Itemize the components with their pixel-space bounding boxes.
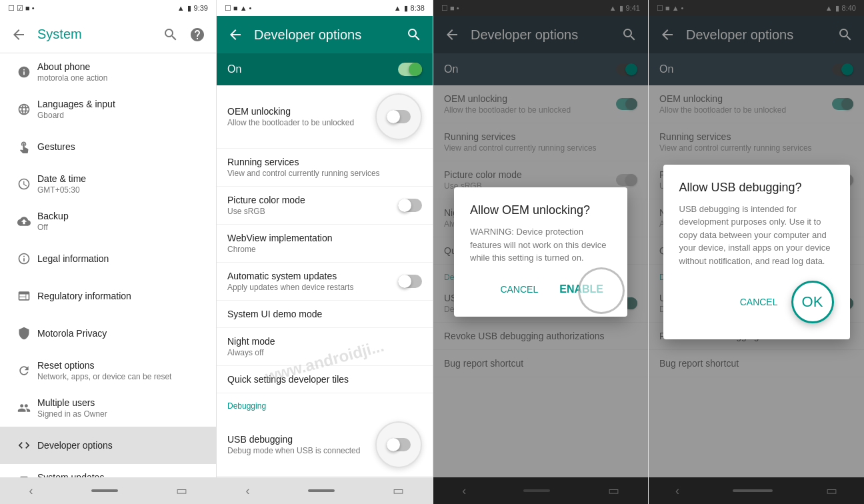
dev-item-webview[interactable]: WebView implementation Chrome xyxy=(217,225,433,263)
dev-list-2: OEM unlocking Allow the bootloader to be… xyxy=(217,85,433,477)
usb-dialog-body: USB debugging is intended for developmen… xyxy=(679,203,834,268)
autoupdate-toggle[interactable] xyxy=(398,275,422,288)
settings-item-legal[interactable]: Legal information xyxy=(0,240,216,277)
nav-back-1[interactable]: ‹ xyxy=(29,484,33,498)
usb-cancel-button[interactable]: Cancel xyxy=(732,281,786,323)
dev-item-picture[interactable]: Picture color mode Use sRGB xyxy=(217,187,433,225)
nav-home-1[interactable] xyxy=(91,489,118,492)
developer-options-usb-panel: ☐ ■ ▲ • ▲ ▮ 8:40 Developer options On OE xyxy=(649,0,864,504)
wifi-icon: ▲ xyxy=(177,4,185,12)
dev-item-usb[interactable]: USB debugging Debug mode when USB is con… xyxy=(217,413,433,477)
settings-item-about[interactable]: About phone motorola one action xyxy=(0,53,216,91)
time-2: 8:38 xyxy=(411,4,425,12)
oem-toggle[interactable] xyxy=(387,110,411,123)
signal-icon-2: ☐ xyxy=(225,4,231,13)
nav-home-2[interactable] xyxy=(308,489,335,492)
usb-dialog-title: Allow USB debugging? xyxy=(679,181,834,195)
battery-icon-2: ▮ xyxy=(404,4,408,13)
nav-recent-1[interactable]: ▭ xyxy=(176,483,187,498)
dev-item-autoupdate[interactable]: Automatic system updates Apply updates w… xyxy=(217,263,433,301)
running-text: Running services View and control curren… xyxy=(227,157,422,178)
toggle-thumb-2 xyxy=(409,63,422,76)
time-1: 9:39 xyxy=(194,4,208,12)
dev-toggle-2[interactable] xyxy=(398,63,422,76)
oem-text: OEM unlocking Allow the bootloader to be… xyxy=(227,106,375,127)
usb-toggle-circle[interactable] xyxy=(375,421,422,468)
oem-cancel-button[interactable]: Cancel xyxy=(492,278,546,301)
dev-item-sysui[interactable]: System UI demo mode xyxy=(217,301,433,328)
dev-item-running[interactable]: Running services View and control curren… xyxy=(217,149,433,187)
settings-item-languages[interactable]: Languages & input Gboard xyxy=(0,91,216,128)
nightmode-text: Night mode Always off xyxy=(227,336,422,357)
settings-item-gestures[interactable]: Gestures xyxy=(0,128,216,165)
languages-text: Languages & input Gboard xyxy=(37,99,205,120)
usb-toggle[interactable] xyxy=(387,438,411,451)
oem-dialog-overlay: Allow OEM unlocking? WARNING: Device pro… xyxy=(433,0,648,504)
oem-toggle-circle[interactable] xyxy=(375,93,422,140)
dev-item-nightmode[interactable]: Night mode Always off xyxy=(217,328,433,366)
settings-item-users[interactable]: Multiple users Signed in as Owner xyxy=(0,389,216,427)
settings-item-systemupdate[interactable]: System updates Updated to Android 9 xyxy=(0,464,216,477)
dot-icon: • xyxy=(32,4,35,12)
legal-icon xyxy=(11,252,37,265)
dev-appbar-2: Developer options xyxy=(217,16,433,53)
system-title: System xyxy=(37,27,152,42)
debugging-section-2: Debugging xyxy=(217,393,433,413)
oem-dialog: Allow OEM unlocking? WARNING: Device pro… xyxy=(454,187,627,317)
dev-toggle-label-2: On xyxy=(227,63,241,75)
users-icon xyxy=(11,401,37,415)
regulatory-icon xyxy=(11,289,37,303)
usb-ok-circle[interactable]: OK xyxy=(791,281,834,323)
sysui-text: System UI demo mode xyxy=(227,309,422,319)
enable-circle xyxy=(578,267,625,314)
developer-icon xyxy=(11,439,37,452)
language-icon xyxy=(11,103,37,116)
settings-item-backup[interactable]: Backup Off xyxy=(0,203,216,240)
legal-text: Legal information xyxy=(37,253,205,264)
dev-item-quicksettings[interactable]: Quick settings developer tiles xyxy=(217,366,433,393)
lock-icon-2: ■ xyxy=(233,4,238,12)
wifi-icon-2: ▲ xyxy=(394,4,401,12)
autoupdate-text: Automatic system updates Apply updates w… xyxy=(227,271,398,292)
usb-dialog-buttons: Cancel OK xyxy=(679,281,834,323)
users-text: Multiple users Signed in as Owner xyxy=(37,397,205,419)
usb-text: USB debugging Debug mode when USB is con… xyxy=(227,434,375,455)
status-bar-2: ☐ ■ ▲ • ▲ ▮ 8:38 xyxy=(217,0,433,16)
settings-item-privacy[interactable]: Motorola Privacy xyxy=(0,315,216,352)
dot-icon-2: • xyxy=(249,4,252,12)
help-button[interactable] xyxy=(189,27,205,43)
usb-ok-wrapper: OK xyxy=(791,281,834,323)
dev-item-oem[interactable]: OEM unlocking Allow the bootloader to be… xyxy=(217,85,433,149)
gestures-text: Gestures xyxy=(37,141,205,152)
oem-dialog-buttons: Cancel Enable xyxy=(470,278,611,301)
usb-dialog-overlay: Allow USB debugging? USB debugging is in… xyxy=(649,0,864,504)
search-button-2[interactable] xyxy=(406,27,422,43)
system-settings-panel: ☐ ☑ ■ • ▲ ▮ 9:39 System Ab xyxy=(0,0,217,504)
picture-toggle[interactable] xyxy=(398,199,422,212)
key-icon: ■ xyxy=(25,4,30,12)
settings-item-datetime[interactable]: Date & time GMT+05:30 xyxy=(0,165,216,203)
about-title: About phone xyxy=(37,61,205,72)
dev-toggle-row-2[interactable]: On xyxy=(217,53,433,85)
nav-recent-2[interactable]: ▭ xyxy=(393,483,404,498)
settings-item-regulatory[interactable]: Regulatory information xyxy=(0,277,216,315)
gestures-icon xyxy=(11,140,37,153)
back-button[interactable] xyxy=(11,27,27,43)
backup-text: Backup Off xyxy=(37,211,205,232)
oem-dialog-body: WARNING: Device protection features will… xyxy=(470,225,611,265)
back-button-2[interactable] xyxy=(227,27,243,43)
settings-item-reset[interactable]: Reset options Network, apps, or device c… xyxy=(0,352,216,389)
dev-title-2: Developer options xyxy=(254,27,395,43)
settings-item-developer[interactable]: Developer options xyxy=(0,427,216,464)
about-subtitle: motorola one action xyxy=(37,73,205,83)
search-button[interactable] xyxy=(163,27,179,43)
privacy-text: Motorola Privacy xyxy=(37,328,205,339)
systemupdate-text: System updates Updated to Android 9 xyxy=(37,472,205,477)
privacy-icon xyxy=(11,327,37,340)
webview-text: WebView implementation Chrome xyxy=(227,233,422,254)
regulatory-text: Regulatory information xyxy=(37,291,205,301)
nav-back-2[interactable]: ‹ xyxy=(246,484,250,498)
file-icon: ☑ xyxy=(17,4,23,13)
notification-icon: ☐ xyxy=(8,4,15,13)
usb-ok-label: OK xyxy=(802,293,823,311)
